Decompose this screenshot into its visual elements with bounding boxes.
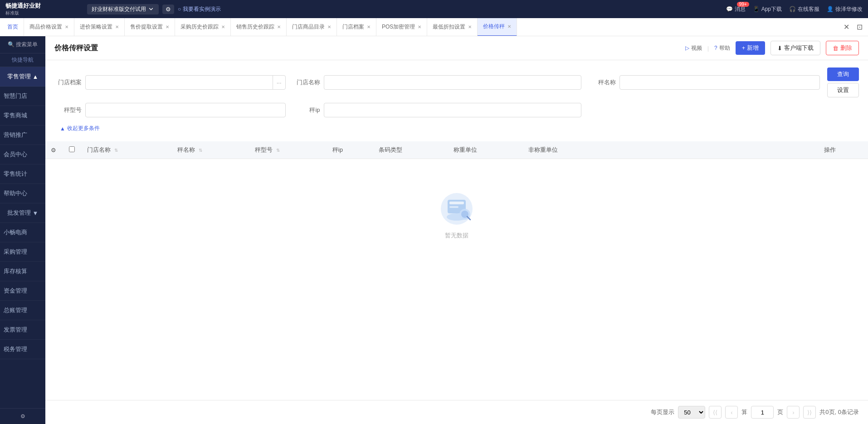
tab-close-store-archive[interactable]: ✕ — [367, 24, 371, 29]
page-header: 价格传秤设置 ▷ 视频 | ? 帮助 + 新增 ⬇ — [45, 36, 868, 60]
tab-sale-history[interactable]: 销售历史价跟踪 ✕ — [231, 18, 287, 36]
set-button[interactable]: 设置 — [827, 83, 859, 97]
sidebar-item-finance[interactable]: 资金管理 — [0, 281, 45, 301]
tab-close-pos-management[interactable]: ✕ — [418, 24, 421, 29]
store-archive-input-wrapper: ··· — [85, 75, 286, 90]
collapse-area: ▲ 收起更多条件 — [54, 123, 859, 134]
user-icon: 👤 — [827, 6, 834, 12]
first-page-button[interactable]: ⟨⟨ — [709, 406, 722, 419]
store-archive-label: 门店档案 — [54, 78, 82, 87]
page-unit-label: 页 — [777, 408, 783, 416]
sort-scale-model-icon[interactable]: ⇅ — [276, 148, 280, 153]
tab-maximize-button[interactable]: ⊡ — [853, 23, 866, 31]
tab-goods-price[interactable]: 商品价格设置 ✕ — [24, 18, 74, 36]
app-download-button[interactable]: 📱 App下载 — [753, 5, 782, 13]
search-button[interactable]: 查询 — [827, 67, 859, 81]
messages-button[interactable]: 💬 消息 99+ — [726, 5, 746, 13]
online-service-button[interactable]: 🎧 在线客服 — [789, 5, 819, 13]
prev-page-button[interactable]: ‹ — [725, 406, 738, 419]
page-area: 价格传秤设置 ▷ 视频 | ? 帮助 + 新增 ⬇ — [45, 36, 868, 424]
sidebar-item-retail-mall[interactable]: 零售商城 — [0, 106, 45, 125]
tab-close-sale-price[interactable]: ✕ — [166, 24, 169, 29]
user-menu[interactable]: 👤 徐泽华修改 — [827, 5, 863, 13]
sidebar-item-ecommerce[interactable]: 小畅电商 — [0, 223, 45, 242]
delete-icon: 🗑 — [833, 45, 839, 52]
sidebar-quick-nav[interactable]: 快捷导航 — [0, 53, 45, 67]
download-button[interactable]: ⬇ 客户端下载 — [770, 41, 820, 55]
demo-button[interactable]: ○ 我要看实例演示 — [178, 5, 221, 13]
tab-store-catalog[interactable]: 门店商品目录 ✕ — [287, 18, 337, 36]
scale-name-input[interactable] — [619, 75, 820, 90]
help-icon: ? — [714, 45, 717, 51]
sidebar-item-marketing[interactable]: 营销推广 — [0, 125, 45, 145]
tab-store-archive[interactable]: 门店档案 ✕ — [337, 18, 376, 36]
sidebar-item-wholesale[interactable]: 批发管理 ▼ — [0, 203, 45, 223]
svg-rect-3 — [449, 202, 464, 204]
video-label: 视频 — [691, 44, 702, 52]
pagination: 每页显示 50 10 20 100 ⟨⟨ ‹ 算 页 › ⟩⟩ 共0页, 0条记… — [45, 400, 868, 424]
delete-label: 删除 — [840, 44, 852, 52]
tab-home[interactable]: 首页 — [2, 18, 24, 36]
sidebar-item-retail-stat[interactable]: 零售统计 — [0, 164, 45, 184]
version-selector[interactable]: 好业财标准版交付试用 — [87, 4, 159, 14]
top-bar: 畅捷通好业财 标准版 好业财标准版交付试用 ⚙ ○ 我要看实例演示 💬 消息 9… — [0, 0, 868, 18]
store-name-field: 门店名称 — [293, 75, 582, 90]
add-button[interactable]: + 新增 — [736, 41, 765, 55]
empty-illustration — [434, 186, 479, 231]
tab-close-purchase-strategy[interactable]: ✕ — [115, 24, 119, 29]
th-scale-name: 秤名称 ⇅ — [172, 141, 249, 159]
table-settings-icon[interactable]: ⚙ — [51, 147, 56, 154]
tab-close-all-button[interactable]: ✕ — [840, 23, 853, 31]
video-link[interactable]: ▷ 视频 — [685, 44, 702, 52]
last-page-button[interactable]: ⟩⟩ — [803, 406, 816, 419]
scale-ip-input[interactable] — [324, 103, 582, 117]
messages-badge: 99+ — [737, 2, 749, 7]
sidebar-item-retail[interactable]: 零售管理 ▲ — [0, 67, 45, 87]
sidebar-item-help[interactable]: 帮助中心 — [0, 184, 45, 203]
tab-pos-management[interactable]: POS加密管理 ✕ — [376, 18, 427, 36]
sidebar-item-member[interactable]: 会员中心 — [0, 145, 45, 164]
sort-store-name-icon[interactable]: ⇅ — [114, 148, 118, 153]
per-page-select[interactable]: 50 10 20 100 — [678, 406, 705, 419]
tab-close-sale-history[interactable]: ✕ — [277, 24, 281, 29]
store-archive-input[interactable] — [86, 79, 273, 86]
tab-close-min-discount[interactable]: ✕ — [468, 24, 472, 29]
sidebar-item-inventory[interactable]: 库存核算 — [0, 262, 45, 281]
th-scale-ip: 秤ip — [327, 141, 373, 159]
sidebar-settings-btn[interactable]: ⚙ — [0, 408, 45, 424]
store-archive-field: 门店档案 ··· — [54, 75, 286, 90]
download-icon2: ⬇ — [777, 45, 782, 52]
page-number-input[interactable] — [751, 406, 774, 419]
delete-button[interactable]: 🗑 删除 — [826, 41, 859, 55]
help-link[interactable]: ? 帮助 — [714, 44, 730, 52]
tab-min-discount[interactable]: 最低折扣设置 ✕ — [427, 18, 478, 36]
store-name-input[interactable] — [324, 75, 582, 90]
tab-close-goods-price[interactable]: ✕ — [65, 24, 68, 29]
collapse-button[interactable]: ▲ 收起更多条件 — [54, 123, 859, 134]
sidebar-search[interactable]: 🔍 搜索菜单 — [0, 36, 45, 53]
tab-close-purchase-history[interactable]: ✕ — [221, 24, 225, 29]
sidebar-item-smart-store[interactable]: 智慧门店 — [0, 87, 45, 106]
settings-icon[interactable]: ⚙ — [162, 5, 174, 14]
select-all-checkbox[interactable] — [69, 146, 75, 152]
sidebar-item-invoice[interactable]: 发票管理 — [0, 320, 45, 340]
sidebar-item-ledger[interactable]: 总账管理 — [0, 301, 45, 320]
next-page-button[interactable]: › — [787, 406, 800, 419]
tab-purchase-strategy[interactable]: 进价策略设置 ✕ — [74, 18, 125, 36]
tab-close-price-scale[interactable]: ✕ — [507, 24, 511, 29]
tab-sale-price[interactable]: 售价提取设置 ✕ — [125, 18, 175, 36]
app-subtitle: 标准版 — [5, 10, 41, 16]
tab-close-store-catalog[interactable]: ✕ — [327, 24, 331, 29]
th-operation: 操作 — [819, 141, 868, 159]
scale-model-field: 秤型号 — [54, 103, 286, 117]
sidebar-item-tax[interactable]: 税务管理 — [0, 340, 45, 359]
tab-price-scale[interactable]: 价格传秤 ✕ — [478, 18, 517, 36]
th-weight-unit: 称重单位 — [448, 141, 523, 159]
topbar-middle: 好业财标准版交付试用 ⚙ ○ 我要看实例演示 — [87, 4, 726, 14]
sidebar-item-purchase[interactable]: 采购管理 — [0, 242, 45, 262]
sort-scale-name-icon[interactable]: ⇅ — [199, 148, 202, 153]
tab-purchase-history[interactable]: 采购历史价跟踪 ✕ — [175, 18, 231, 36]
scale-model-input[interactable] — [85, 103, 286, 117]
help-label: 帮助 — [719, 44, 730, 52]
store-archive-more-btn[interactable]: ··· — [273, 76, 285, 89]
